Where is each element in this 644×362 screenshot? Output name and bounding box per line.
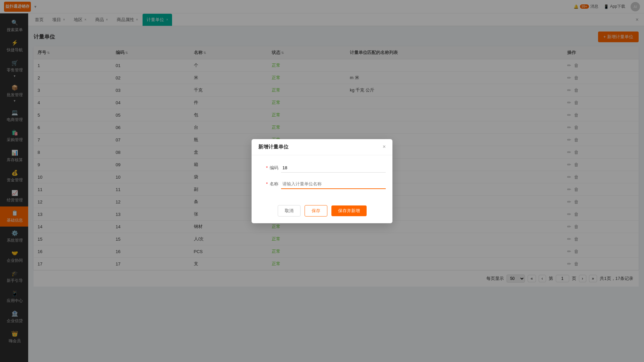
code-form-label: * 编码 [258,165,278,171]
modal-header: 新增计量单位 × [252,139,392,155]
save-and-new-button[interactable]: 保存并新增 [331,205,367,216]
code-required-star: * [266,165,268,170]
modal-close-btn[interactable]: × [383,144,386,149]
modal-footer: 取消 保存 保存并新增 [252,201,392,223]
name-form-row: * 名称 [258,179,386,189]
modal-body: * 编码 * 名称 [252,155,392,201]
modal-overlay[interactable]: 新增计量单位 × * 编码 * 名称 取消 保存 保存并新增 [0,0,644,362]
save-button[interactable]: 保存 [305,205,327,217]
name-input[interactable] [281,179,386,189]
code-form-row: * 编码 [258,163,386,173]
cancel-button[interactable]: 取消 [278,205,301,217]
name-label-text: 名称 [270,181,278,186]
code-label-text: 编码 [270,165,278,170]
name-form-label: * 名称 [258,181,278,187]
modal-title: 新增计量单位 [258,144,288,150]
add-measure-unit-modal: 新增计量单位 × * 编码 * 名称 取消 保存 保存并新增 [252,139,392,223]
code-input[interactable] [281,163,386,173]
name-required-star: * [266,181,268,186]
